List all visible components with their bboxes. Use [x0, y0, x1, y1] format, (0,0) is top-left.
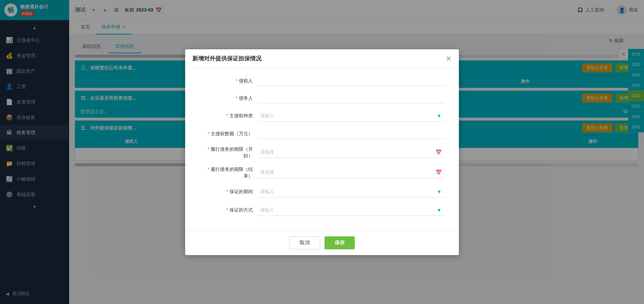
- guarantee-method-select[interactable]: 请输入 ▼: [257, 205, 444, 216]
- debtor-label: * 债务人: [200, 95, 257, 101]
- modal-close-btn[interactable]: ✕: [446, 55, 452, 62]
- period-end-calendar-icon: 📅: [435, 169, 442, 175]
- period-start-label: * 履行债务的期限（开始）: [200, 146, 257, 159]
- claim-amount-input[interactable]: [257, 129, 444, 139]
- guarantee-period-label: * 保证的期间: [200, 189, 257, 195]
- period-start-picker[interactable]: 请选择 📅: [257, 147, 444, 158]
- modal-footer: 取消 保存: [185, 230, 459, 255]
- period-end-label: * 履行债务的期限（结束）: [200, 166, 257, 179]
- guarantee-period-chevron-icon: ▼: [437, 189, 442, 195]
- modal-overlay: 新增对外提供保证担保情况 ✕ * 债权人 * 债务人: [0, 0, 644, 304]
- form-row-guarantee-method: * 保证的方式 请输入 ▼: [200, 205, 444, 216]
- modal-body: * 债权人 * 债务人 * 主债权种类 请输入: [185, 69, 459, 230]
- form-row-period-end: * 履行债务的期限（结束） 请选择 📅: [200, 166, 444, 179]
- period-end-picker[interactable]: 请选择 📅: [257, 167, 444, 178]
- save-button[interactable]: 保存: [325, 236, 355, 249]
- guarantee-method-chevron-icon: ▼: [437, 207, 442, 213]
- period-start-calendar-icon: 📅: [435, 149, 442, 155]
- claim-type-chevron-icon: ▼: [437, 113, 442, 119]
- creditor-input[interactable]: [257, 76, 444, 86]
- claim-type-select[interactable]: 请输入 ▼: [257, 110, 444, 122]
- modal-header: 新增对外提供保证担保情况 ✕: [185, 49, 459, 69]
- debtor-input[interactable]: [257, 93, 444, 103]
- guarantee-method-label: * 保证的方式: [200, 207, 257, 213]
- claim-amount-label: * 主债权数额（万元）: [200, 131, 257, 137]
- form-row-claim-amount: * 主债权数额（万元）: [200, 129, 444, 139]
- form-row-debtor: * 债务人: [200, 93, 444, 103]
- form-row-creditor: * 债权人: [200, 76, 444, 86]
- modal-dialog: 新增对外提供保证担保情况 ✕ * 债权人 * 债务人: [185, 49, 459, 255]
- form-row-claim-type: * 主债权种类 请输入 ▼: [200, 110, 444, 122]
- claim-type-label: * 主债权种类: [200, 113, 257, 119]
- creditor-label: * 债权人: [200, 78, 257, 84]
- form-row-guarantee-period: * 保证的期间 请输入 ▼: [200, 186, 444, 198]
- cancel-button[interactable]: 取消: [289, 236, 320, 249]
- guarantee-period-select[interactable]: 请输入 ▼: [257, 186, 444, 198]
- form-row-period-start: * 履行债务的期限（开始） 请选择 📅: [200, 146, 444, 159]
- modal-title: 新增对外提供保证担保情况: [192, 55, 261, 63]
